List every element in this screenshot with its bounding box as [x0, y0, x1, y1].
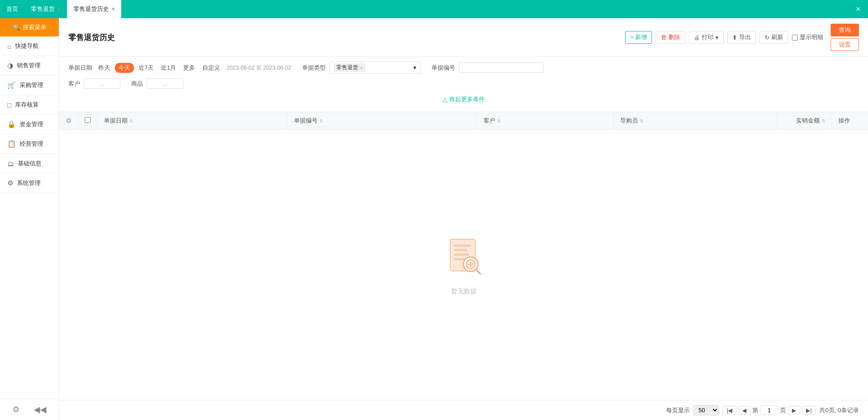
customer-sort: 客户 ⇅: [483, 117, 607, 125]
type-tag-label: 零售退货: [336, 64, 358, 72]
page-nav: |◀ ◀ 第 页 ▶ ▶|: [723, 405, 816, 415]
sidebar-bottom: ⚙ ◀◀: [0, 399, 59, 420]
prev-page-button[interactable]: ◀: [738, 406, 750, 415]
amount-sort: 实销金额 ⇅: [784, 117, 825, 125]
type-select-chevron: ▾: [413, 64, 416, 71]
page-number-input[interactable]: [760, 405, 778, 415]
sidebar-item-sales-mgmt[interactable]: ◑ 销售管理: [0, 56, 59, 76]
table-container: ⚙ 单据日期 ⇅ 单据编号: [59, 112, 868, 400]
print-button[interactable]: 🖨 打印 ▾: [689, 31, 724, 44]
th-date: 单据日期 ⇅: [98, 112, 288, 130]
sidebar-item-inventory[interactable]: □ 库存核算: [0, 95, 59, 115]
basic-info-icon: 🗂: [7, 160, 14, 168]
export-icon: ⬆: [732, 34, 737, 41]
tab-home-label: 首页: [6, 5, 18, 13]
number-sort: 单据编号 ⇅: [294, 117, 471, 125]
amount-sort-icon[interactable]: ⇅: [822, 118, 825, 123]
sidebar-item-operations-label: 经营管理: [20, 140, 43, 148]
goods-filter-label: 商品: [131, 80, 143, 88]
empty-state: 暂无数据: [59, 130, 868, 400]
sidebar-item-inventory-label: 库存核算: [15, 101, 39, 109]
date-opt-more[interactable]: 更多: [180, 63, 198, 73]
sidebar-item-quick-nav[interactable]: ⌂ 快捷导航: [0, 36, 59, 56]
th-amount: 实销金额 ⇅: [777, 112, 832, 130]
tab-home[interactable]: 首页: [0, 0, 25, 18]
main-layout: 🔍 搜索菜单 ⌂ 快捷导航 ◑ 销售管理 🛒 采购管理 □ 库存核算 🔒 资金管…: [0, 18, 868, 420]
goods-filter-group: 商品 ...: [131, 78, 183, 89]
th-number-label: 单据编号: [294, 117, 318, 125]
tab-retail-return-close[interactable]: ×: [57, 6, 61, 12]
page-label: 第: [752, 406, 758, 415]
sidebar-item-operations[interactable]: 📋 经营管理: [0, 134, 59, 154]
top-nav: 首页 零售退货 × 零售退货历史 × ×: [0, 0, 868, 18]
date-opt-1month[interactable]: 近1月: [158, 63, 179, 73]
date-opt-7days[interactable]: 近7天: [136, 63, 156, 73]
last-page-button[interactable]: ▶|: [802, 406, 816, 415]
close-window-button[interactable]: ×: [848, 5, 868, 14]
volume-icon[interactable]: ◀◀: [34, 405, 46, 415]
svg-line-7: [476, 269, 480, 274]
show-detail-label: 显示明细: [792, 33, 823, 41]
sidebar-search[interactable]: 🔍 搜索菜单: [0, 18, 59, 36]
customer-filter-group: 客户 ...: [68, 78, 120, 89]
date-sort: 单据日期 ⇅: [104, 117, 281, 125]
type-filter-group: 单据类型 零售退货 × ▾: [302, 61, 421, 74]
svg-rect-1: [454, 245, 471, 246]
sidebar-item-basic-info-label: 基础信息: [18, 159, 41, 168]
home-icon: ⌂: [7, 42, 11, 50]
settings-button[interactable]: 设置: [831, 38, 859, 51]
settings-gear-icon[interactable]: ⚙: [12, 405, 20, 415]
customer-sort-icon[interactable]: ⇅: [497, 118, 501, 123]
customer-filter-btn[interactable]: ...: [84, 78, 120, 89]
new-button[interactable]: + 新增: [625, 31, 652, 44]
number-sort-icon[interactable]: ⇅: [319, 118, 323, 123]
tab-retail-return-history[interactable]: 零售退货历史 ×: [67, 0, 121, 18]
date-range-text: 2023-06-02 至 2023-06-02: [226, 64, 291, 72]
tab-retail-return-label: 零售退货: [31, 5, 55, 13]
th-number: 单据编号 ⇅: [287, 112, 477, 130]
system-icon: ⚙: [7, 179, 13, 187]
export-button[interactable]: ⬆ 导出: [727, 31, 756, 44]
filter-row-1: 单据日期 昨天 今天 近7天 近1月 更多 自定义 2023-06-02 至 2…: [68, 61, 859, 74]
filter-area: 单据日期 昨天 今天 近7天 近1月 更多 自定义 2023-06-02 至 2…: [59, 57, 868, 112]
sidebar-item-system[interactable]: ⚙ 系统管理: [0, 174, 59, 193]
query-button[interactable]: 查询: [831, 24, 859, 36]
next-page-button[interactable]: ▶: [788, 406, 800, 415]
tab-retail-return-history-close[interactable]: ×: [112, 6, 115, 12]
type-filter-label: 单据类型: [302, 64, 326, 72]
date-opt-custom[interactable]: 自定义: [200, 63, 223, 73]
per-page-label: 每页显示: [666, 406, 690, 415]
collapse-btn[interactable]: △ 收起更多条件: [443, 95, 485, 103]
guide-sort-icon[interactable]: ⇅: [640, 118, 643, 123]
sidebar-item-purchase-mgmt[interactable]: 🛒 采购管理: [0, 76, 59, 95]
date-opt-yesterday[interactable]: 昨天: [96, 63, 113, 73]
guide-sort: 导购员 ⇅: [620, 117, 770, 125]
column-settings-icon[interactable]: ⚙: [66, 117, 72, 124]
type-tag-close[interactable]: ×: [360, 65, 363, 71]
type-tag: 零售退货 ×: [334, 63, 365, 72]
refresh-label: 刷新: [771, 33, 783, 41]
collapse-btn-label: 收起更多条件: [449, 95, 485, 103]
sidebar-item-basic-info[interactable]: 🗂 基础信息: [0, 154, 59, 174]
empty-state-text: 暂无数据: [451, 287, 477, 296]
tab-retail-return[interactable]: 零售退货 ×: [25, 0, 67, 18]
customer-filter-label: 客户: [68, 80, 80, 88]
goods-filter-btn[interactable]: ...: [147, 78, 183, 89]
number-filter-input[interactable]: [459, 62, 544, 73]
th-guide: 导购员 ⇅: [614, 112, 777, 130]
show-detail-checkbox[interactable]: [792, 35, 798, 41]
refresh-button[interactable]: ↻ 刷新: [760, 31, 788, 44]
select-all-checkbox[interactable]: [85, 117, 91, 123]
date-sort-icon[interactable]: ⇅: [129, 118, 133, 123]
delete-button[interactable]: 🗑 删除: [656, 31, 685, 44]
first-page-button[interactable]: |◀: [723, 406, 736, 415]
print-label: 打印: [702, 33, 714, 41]
type-select[interactable]: 零售退货 × ▾: [329, 61, 421, 74]
date-opt-today[interactable]: 今天: [115, 63, 134, 73]
page-title: 零售退货历史: [68, 32, 115, 43]
data-table: ⚙ 单据日期 ⇅ 单据编号: [59, 112, 868, 130]
sidebar: 🔍 搜索菜单 ⌂ 快捷导航 ◑ 销售管理 🛒 采购管理 □ 库存核算 🔒 资金管…: [0, 18, 59, 420]
sidebar-item-finance[interactable]: 🔒 资金管理: [0, 115, 59, 134]
sales-icon: ◑: [7, 61, 13, 70]
per-page-select[interactable]: 50 20 100: [693, 405, 719, 415]
